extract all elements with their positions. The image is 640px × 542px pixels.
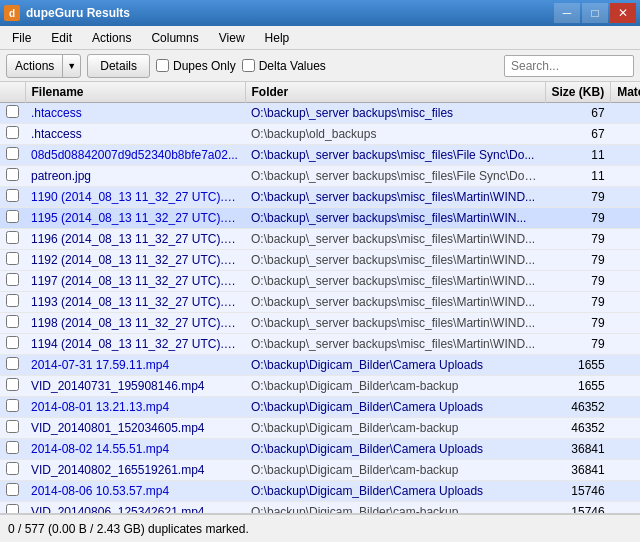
table-row[interactable]: 1190 (2014_08_13 11_32_27 UTC).001O:\bac…	[0, 187, 640, 208]
table-row[interactable]: 1196 (2014_08_13 11_32_27 UTC).001O:\bac…	[0, 229, 640, 250]
row-folder: O:\backup\Digicam_Bilder\cam-backup	[245, 460, 545, 481]
row-folder: O:\backup\_server backups\misc_files	[245, 103, 545, 124]
table-row[interactable]: .htaccessO:\backup\_server backups\misc_…	[0, 103, 640, 124]
col-header-size[interactable]: Size (KB)	[545, 82, 611, 103]
row-checkbox[interactable]	[6, 126, 19, 139]
row-checkbox[interactable]	[6, 210, 19, 223]
table-row[interactable]: 1197 (2014_08_13 11_32_27 UTC).001O:\bac…	[0, 271, 640, 292]
table-row[interactable]: 2014-08-02 14.55.51.mp4O:\backup\Digicam…	[0, 439, 640, 460]
row-checkbox-cell[interactable]	[0, 439, 25, 460]
row-checkbox[interactable]	[6, 315, 19, 328]
table-row[interactable]: 08d5d08842007d9d52340b8bfe7a02...O:\back…	[0, 145, 640, 166]
table-row[interactable]: .htaccessO:\backup\old_backups67100	[0, 124, 640, 145]
row-checkbox[interactable]	[6, 105, 19, 118]
row-checkbox-cell[interactable]	[0, 481, 25, 502]
row-checkbox[interactable]	[6, 189, 19, 202]
row-size: 79	[545, 334, 611, 355]
row-size: 67	[545, 124, 611, 145]
menu-edit[interactable]: Edit	[43, 29, 80, 47]
row-checkbox[interactable]	[6, 252, 19, 265]
row-checkbox-cell[interactable]	[0, 103, 25, 124]
col-header-folder[interactable]: Folder	[245, 82, 545, 103]
row-filename: 2014-08-06 10.53.57.mp4	[25, 481, 245, 502]
delta-values-checkbox[interactable]	[242, 59, 255, 72]
minimize-button[interactable]: ─	[554, 3, 580, 23]
close-button[interactable]: ✕	[610, 3, 636, 23]
row-checkbox-cell[interactable]	[0, 334, 25, 355]
table-row[interactable]: 1198 (2014_08_13 11_32_27 UTC).001O:\bac…	[0, 313, 640, 334]
row-checkbox-cell[interactable]	[0, 124, 25, 145]
menu-view[interactable]: View	[211, 29, 253, 47]
table-row[interactable]: VID_20140806_125342621.mp4O:\backup\Digi…	[0, 502, 640, 515]
row-checkbox-cell[interactable]	[0, 460, 25, 481]
row-match: 100	[611, 124, 640, 145]
row-checkbox[interactable]	[6, 147, 19, 160]
actions-dropdown-button[interactable]: Actions ▼	[6, 54, 81, 78]
row-match: 100	[611, 271, 640, 292]
row-checkbox[interactable]	[6, 504, 19, 514]
row-size: 11	[545, 145, 611, 166]
dupes-only-checkbox[interactable]	[156, 59, 169, 72]
table-row[interactable]: 1192 (2014_08_13 11_32_27 UTC).001O:\bac…	[0, 250, 640, 271]
row-checkbox-cell[interactable]	[0, 145, 25, 166]
row-checkbox-cell[interactable]	[0, 208, 25, 229]
table-row[interactable]: VID_20140731_195908146.mp4O:\backup\Digi…	[0, 376, 640, 397]
row-checkbox[interactable]	[6, 357, 19, 370]
row-match: 100	[611, 355, 640, 376]
row-checkbox-cell[interactable]	[0, 313, 25, 334]
row-match: 100	[611, 502, 640, 515]
row-checkbox-cell[interactable]	[0, 187, 25, 208]
delta-values-checkbox-group[interactable]: Delta Values	[242, 59, 326, 73]
row-checkbox[interactable]	[6, 420, 19, 433]
row-checkbox[interactable]	[6, 273, 19, 286]
row-checkbox[interactable]	[6, 441, 19, 454]
menu-columns[interactable]: Columns	[143, 29, 206, 47]
table-row[interactable]: 2014-07-31 17.59.11.mp4O:\backup\Digicam…	[0, 355, 640, 376]
row-checkbox-cell[interactable]	[0, 502, 25, 515]
table-row[interactable]: 1195 (2014_08_13 11_32_27 UTC).001O:\bac…	[0, 208, 640, 229]
row-filename: 08d5d08842007d9d52340b8bfe7a02...	[25, 145, 245, 166]
row-checkbox[interactable]	[6, 399, 19, 412]
results-table-container[interactable]: Filename Folder Size (KB) Match ▲ .htacc…	[0, 82, 640, 514]
row-checkbox-cell[interactable]	[0, 250, 25, 271]
row-checkbox-cell[interactable]	[0, 376, 25, 397]
row-checkbox[interactable]	[6, 462, 19, 475]
row-checkbox[interactable]	[6, 378, 19, 391]
table-row[interactable]: 1193 (2014_08_13 11_32_27 UTC).001O:\bac…	[0, 292, 640, 313]
menu-file[interactable]: File	[4, 29, 39, 47]
row-folder: O:\backup\_server backups\misc_files\Fil…	[245, 145, 545, 166]
details-button[interactable]: Details	[87, 54, 150, 78]
search-input[interactable]	[504, 55, 634, 77]
row-checkbox-cell[interactable]	[0, 418, 25, 439]
row-checkbox[interactable]	[6, 294, 19, 307]
row-checkbox[interactable]	[6, 231, 19, 244]
maximize-button[interactable]: □	[582, 3, 608, 23]
row-checkbox-cell[interactable]	[0, 397, 25, 418]
row-size: 1655	[545, 355, 611, 376]
row-checkbox-cell[interactable]	[0, 166, 25, 187]
row-checkbox-cell[interactable]	[0, 292, 25, 313]
col-header-filename[interactable]: Filename	[25, 82, 245, 103]
col-header-match[interactable]: Match ▲	[611, 82, 640, 103]
dupes-only-checkbox-group[interactable]: Dupes Only	[156, 59, 236, 73]
menu-help[interactable]: Help	[257, 29, 298, 47]
table-row[interactable]: patreon.jpgO:\backup\_server backups\mis…	[0, 166, 640, 187]
table-row[interactable]: VID_20140802_165519261.mp4O:\backup\Digi…	[0, 460, 640, 481]
status-text: 0 / 577 (0.00 B / 2.43 GB) duplicates ma…	[8, 522, 632, 536]
row-checkbox-cell[interactable]	[0, 271, 25, 292]
table-row[interactable]: 2014-08-06 10.53.57.mp4O:\backup\Digicam…	[0, 481, 640, 502]
toolbar: Actions ▼ Details Dupes Only Delta Value…	[0, 50, 640, 82]
menu-actions[interactable]: Actions	[84, 29, 139, 47]
row-checkbox-cell[interactable]	[0, 355, 25, 376]
table-row[interactable]: VID_20140801_152034605.mp4O:\backup\Digi…	[0, 418, 640, 439]
col-header-check[interactable]	[0, 82, 25, 103]
row-checkbox[interactable]	[6, 336, 19, 349]
table-row[interactable]: 2014-08-01 13.21.13.mp4O:\backup\Digicam…	[0, 397, 640, 418]
row-filename: patreon.jpg	[25, 166, 245, 187]
row-checkbox[interactable]	[6, 483, 19, 496]
results-table: Filename Folder Size (KB) Match ▲ .htacc…	[0, 82, 640, 514]
row-checkbox[interactable]	[6, 168, 19, 181]
table-row[interactable]: 1194 (2014_08_13 11_32_27 UTC).001O:\bac…	[0, 334, 640, 355]
row-size: 1655	[545, 376, 611, 397]
row-checkbox-cell[interactable]	[0, 229, 25, 250]
